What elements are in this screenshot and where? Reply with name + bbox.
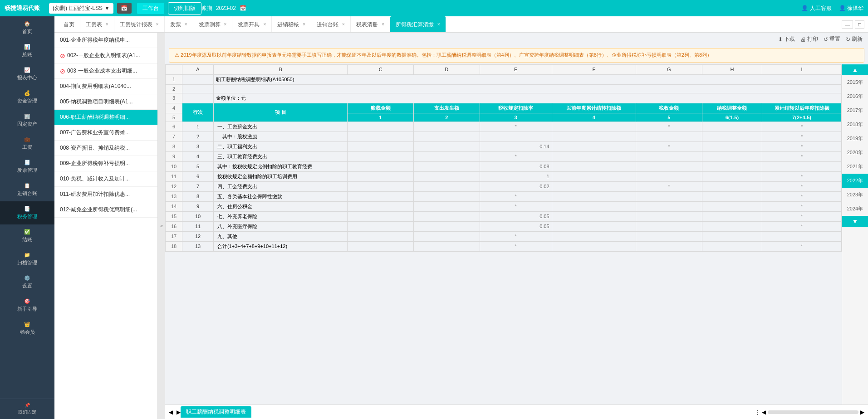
cell-h10[interactable] bbox=[702, 161, 762, 171]
label-6[interactable]: 一、工资薪金支出 bbox=[213, 122, 347, 132]
sidebar-item-close[interactable]: ✅ 结账 bbox=[0, 224, 54, 248]
cell-d15[interactable] bbox=[413, 211, 480, 221]
seq-13[interactable]: 8 bbox=[182, 191, 214, 201]
cell-f9[interactable] bbox=[552, 151, 636, 161]
cell-e7[interactable] bbox=[480, 132, 552, 141]
label-17[interactable]: 九、其他 bbox=[213, 231, 347, 241]
sidebar-item-invoice[interactable]: 🧾 发票管理 bbox=[0, 155, 54, 178]
cell-g16[interactable] bbox=[636, 221, 702, 231]
cell-g12[interactable]: * bbox=[636, 181, 702, 191]
cell-i18[interactable]: * bbox=[762, 241, 842, 251]
sidebar-item-reports[interactable]: 📈 报表中心 bbox=[0, 63, 54, 86]
cell-d12[interactable] bbox=[413, 181, 480, 191]
cell-f13[interactable] bbox=[552, 191, 636, 201]
sidebar-item-guide[interactable]: 🎯 新手引导 bbox=[0, 294, 54, 317]
tab-salary[interactable]: 工资表 × bbox=[80, 16, 114, 33]
cell-a3[interactable] bbox=[182, 93, 214, 103]
cell-c9[interactable] bbox=[348, 151, 414, 161]
tab-invoice-calc[interactable]: 发票测算 × bbox=[193, 16, 233, 33]
cell-i17[interactable] bbox=[762, 231, 842, 241]
form-item-007[interactable]: 007-广告费和业务宣传费摊... bbox=[54, 125, 157, 141]
cell-e16[interactable]: 0.05 bbox=[480, 221, 552, 231]
print-button[interactable]: 🖨 打印 bbox=[800, 35, 818, 43]
calendar-icon[interactable]: 📅 bbox=[117, 3, 132, 14]
support-link[interactable]: 👤 人工客服 bbox=[801, 5, 831, 12]
sidebar-item-archive[interactable]: 📁 归档管理 bbox=[0, 248, 54, 271]
cell-i13[interactable]: * bbox=[762, 191, 842, 201]
cell-g11[interactable] bbox=[636, 171, 702, 181]
cell-a2[interactable] bbox=[182, 84, 214, 93]
cell-i8[interactable]: * bbox=[762, 141, 842, 151]
tab-sales-ledger[interactable]: 进销台账 × bbox=[311, 16, 351, 33]
tab-tax-list-close[interactable]: × bbox=[382, 16, 384, 33]
sheet-nav-right[interactable]: ▶ bbox=[177, 409, 181, 415]
cell-h17[interactable] bbox=[702, 231, 762, 241]
cell-d7[interactable] bbox=[413, 132, 480, 141]
cell-g14[interactable] bbox=[636, 201, 702, 211]
year-item-2016[interactable]: 2016年 bbox=[842, 89, 868, 103]
tab-minimize-button[interactable]: — bbox=[842, 20, 853, 29]
year-item-2022[interactable]: 2022年 bbox=[842, 174, 868, 188]
cell-c11[interactable] bbox=[348, 171, 414, 181]
label-14[interactable]: 六、住房公积金 bbox=[213, 201, 347, 211]
cell-g17[interactable] bbox=[636, 231, 702, 241]
tab-salary-close[interactable]: × bbox=[106, 16, 108, 33]
cell-c15[interactable] bbox=[348, 211, 414, 221]
year-item-2015[interactable]: 2015年 bbox=[842, 75, 868, 89]
seq-6[interactable]: 1 bbox=[182, 122, 214, 132]
seq-15[interactable]: 10 bbox=[182, 211, 214, 221]
cell-e10[interactable]: 0.08 bbox=[480, 161, 552, 171]
seq-8[interactable]: 3 bbox=[182, 141, 214, 151]
year-item-2018[interactable]: 2018年 bbox=[842, 117, 868, 132]
cell-i11[interactable]: * bbox=[762, 171, 842, 181]
tab-salary-report-close[interactable]: × bbox=[156, 16, 159, 33]
sheet-tab-active[interactable]: 职工薪酬纳税调整明细表 bbox=[181, 406, 251, 418]
cell-d11[interactable] bbox=[413, 171, 480, 181]
sheet-nav-left[interactable]: ◀ bbox=[169, 409, 173, 415]
cell-c7[interactable] bbox=[348, 132, 414, 141]
form-item-001[interactable]: 001-企业所得税年度纳税申... bbox=[54, 33, 157, 48]
cell-h7[interactable] bbox=[702, 132, 762, 141]
form-item-011[interactable]: 011-研发费用加计扣除优惠... bbox=[54, 187, 157, 202]
cell-i12[interactable]: * bbox=[762, 181, 842, 191]
cell-f17[interactable] bbox=[552, 231, 636, 241]
cell-g8[interactable]: * bbox=[636, 141, 702, 151]
cell-f7[interactable] bbox=[552, 132, 636, 141]
cell-i14[interactable]: * bbox=[762, 201, 842, 211]
cell-e6[interactable]: * bbox=[480, 122, 552, 132]
workbench-button[interactable]: 工作台 bbox=[137, 3, 164, 14]
sidebar-item-sales[interactable]: 📋 进销台账 bbox=[0, 178, 54, 201]
company-selector[interactable]: (勿删) 江西皓宝-LSS ▼ bbox=[49, 3, 113, 14]
cell-e8[interactable]: 0.14 bbox=[480, 141, 552, 151]
cell-d13[interactable] bbox=[413, 191, 480, 201]
cell-d16[interactable] bbox=[413, 221, 480, 231]
seq-11[interactable]: 6 bbox=[182, 171, 214, 181]
cell-c16[interactable] bbox=[348, 221, 414, 231]
cell-g6[interactable]: * bbox=[636, 122, 702, 132]
label-11[interactable]: 按税收规定全额扣除的职工培训费用 bbox=[213, 171, 347, 181]
cell-g18[interactable] bbox=[636, 241, 702, 251]
cell-i7[interactable]: * bbox=[762, 132, 842, 141]
download-button[interactable]: ⬇ 下载 bbox=[778, 35, 795, 43]
cell-c10[interactable] bbox=[348, 161, 414, 171]
cell-f10[interactable] bbox=[552, 161, 636, 171]
tab-tax-settle-close[interactable]: × bbox=[437, 16, 440, 33]
label-15[interactable]: 七、补充养老保险 bbox=[213, 211, 347, 221]
tab-invoice-issue[interactable]: 发票开具 × bbox=[232, 16, 272, 33]
cell-c17[interactable] bbox=[348, 231, 414, 241]
sidebar-item-tax[interactable]: 📑 税务管理 bbox=[0, 201, 54, 224]
seq-18[interactable]: 13 bbox=[182, 241, 214, 251]
cell-e9[interactable]: * bbox=[480, 151, 552, 161]
cell-c14[interactable] bbox=[348, 201, 414, 211]
cell-h16[interactable] bbox=[702, 221, 762, 231]
label-12[interactable]: 四、工会经费支出 bbox=[213, 181, 347, 191]
cancel-fixed-button[interactable]: 📌 取消固定 bbox=[0, 399, 54, 419]
cell-h8[interactable] bbox=[702, 141, 762, 151]
reset-button[interactable]: ↺ 重置 bbox=[824, 35, 840, 43]
cell-g13[interactable] bbox=[636, 191, 702, 201]
label-7[interactable]: 其中：股权激励 bbox=[213, 132, 347, 141]
cell-e11[interactable]: 1 bbox=[480, 171, 552, 181]
cell-c18[interactable] bbox=[348, 241, 414, 251]
year-item-2021[interactable]: 2021年 bbox=[842, 160, 868, 174]
seq-12[interactable]: 7 bbox=[182, 181, 214, 191]
